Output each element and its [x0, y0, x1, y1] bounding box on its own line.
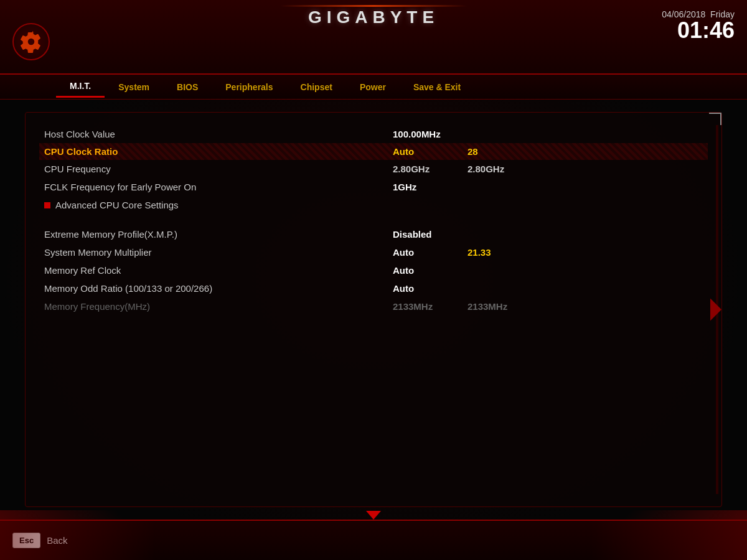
- table-row-mor[interactable]: Memory Odd Ratio (100/133 or 200/266) Au…: [44, 279, 703, 297]
- table-row-advanced-cpu[interactable]: Advanced CPU Core Settings: [44, 196, 703, 214]
- setting-label-cpu-frequency: CPU Frequency: [44, 164, 393, 174]
- setting-value-fclk: 1GHz: [393, 182, 467, 192]
- spacer: [44, 214, 703, 225]
- setting-label-cpu-clock-ratio: CPU Clock Ratio: [44, 146, 393, 157]
- table-row-cpu-frequency: CPU Frequency 2.80GHz 2.80GHz: [44, 160, 703, 178]
- setting-value-mrc: Auto: [393, 265, 467, 276]
- red-indicator-icon: [44, 202, 50, 208]
- setting-label-mrc: Memory Ref Clock: [44, 265, 393, 276]
- setting-value-host-clock: 100.00MHz: [393, 129, 467, 139]
- tab-peripherals[interactable]: Peripherals: [212, 77, 286, 97]
- setting-value2-cpu-frequency: 2.80GHz: [467, 164, 542, 174]
- table-row-mf: Memory Frequency(MHz) 2133MHz 2133MHz: [44, 297, 703, 315]
- header-decoration: [280, 5, 467, 7]
- time-text: 01:46: [677, 17, 735, 43]
- table-row-fclk[interactable]: FCLK Frequency for Early Power On 1GHz: [44, 178, 703, 196]
- footer-deco-right: [591, 520, 747, 560]
- datetime-area: 04/06/2018 Friday 01:46: [662, 9, 735, 42]
- setting-label-xmp: Extreme Memory Profile(X.M.P.): [44, 229, 393, 240]
- settings-table: Host Clock Value 100.00MHz CPU Clock Rat…: [44, 125, 703, 315]
- footer-deco-left: [0, 520, 156, 560]
- setting-label-mf: Memory Frequency(MHz): [44, 301, 393, 312]
- tab-save-exit[interactable]: Save & Exit: [400, 77, 474, 97]
- setting-value-mor: Auto: [393, 283, 467, 294]
- table-row-mrc[interactable]: Memory Ref Clock Auto: [44, 261, 703, 279]
- tab-mit[interactable]: M.I.T.: [56, 76, 105, 98]
- setting-value2-smm: 21.33: [467, 247, 542, 258]
- footer: Esc Back: [0, 520, 747, 560]
- setting-value-xmp: Disabled: [393, 229, 467, 240]
- setting-label-fclk: FCLK Frequency for Early Power On: [44, 182, 393, 192]
- tab-power[interactable]: Power: [346, 77, 400, 97]
- table-row-xmp[interactable]: Extreme Memory Profile(X.M.P.) Disabled: [44, 225, 703, 243]
- tab-bios[interactable]: BIOS: [163, 77, 212, 97]
- table-row-cpu-clock-ratio[interactable]: CPU Clock Ratio Auto 28: [39, 143, 708, 160]
- bottom-triangle-decoration: [366, 511, 381, 520]
- setting-value2-mf: 2133MHz: [467, 301, 542, 312]
- content-panel: Host Clock Value 100.00MHz CPU Clock Rat…: [25, 112, 722, 507]
- setting-value-mf: 2133MHz: [393, 301, 467, 312]
- setting-value-smm: Auto: [393, 247, 467, 258]
- advanced-cpu-row-inner: Advanced CPU Core Settings: [44, 200, 179, 210]
- table-row: Host Clock Value 100.00MHz: [44, 125, 703, 143]
- setting-label-host-clock: Host Clock Value: [44, 129, 393, 139]
- tab-chipset[interactable]: Chipset: [287, 77, 346, 97]
- main-content: Host Clock Value 100.00MHz CPU Clock Rat…: [0, 100, 747, 520]
- header: GIGABYTE 04/06/2018 Friday 01:46: [0, 0, 747, 75]
- table-row-smm[interactable]: System Memory Multiplier Auto 21.33: [44, 243, 703, 261]
- panel-corner-decoration: [709, 113, 721, 125]
- setting-label-mor: Memory Odd Ratio (100/133 or 200/266): [44, 283, 393, 294]
- setting-value-cpu-clock-ratio: Auto: [393, 146, 467, 157]
- gear-icon: [12, 23, 50, 60]
- setting-value-cpu-frequency: 2.80GHz: [393, 164, 467, 174]
- nav-bar: M.I.T. System BIOS Peripherals Chipset P…: [0, 75, 747, 100]
- tab-system[interactable]: System: [105, 77, 163, 97]
- setting-value2-cpu-clock-ratio: 28: [467, 146, 542, 157]
- setting-label-smm: System Memory Multiplier: [44, 247, 393, 258]
- setting-label-advanced-cpu: Advanced CPU Core Settings: [55, 200, 404, 210]
- logo-text: GIGABYTE: [308, 7, 439, 27]
